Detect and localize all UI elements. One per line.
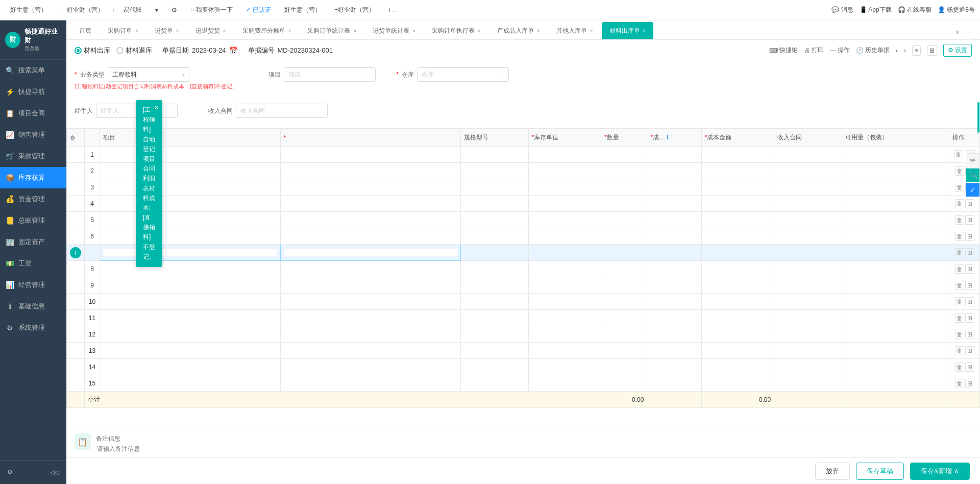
delete-row-btn-10[interactable]: 🗑 (955, 297, 964, 306)
tab-close-other-receipt[interactable]: × (590, 28, 593, 34)
tab-close-goods-receipt[interactable]: × (176, 28, 179, 34)
top-nav-good-wealth2[interactable]: +好业财（营） (329, 4, 380, 16)
sidebar-item-search[interactable]: 🔍 搜索菜单 (0, 60, 66, 81)
tab-purchase-order[interactable]: 采购订单 × (100, 22, 146, 39)
sidebar-item-business[interactable]: 📊 经营管理 (0, 274, 66, 296)
cell-available[interactable] (842, 147, 949, 163)
sidebar-item-assets[interactable]: 🏢 固定资产 (0, 231, 66, 253)
copy-row-btn-11[interactable]: ⊞ (965, 313, 974, 323)
active-cell-input-1[interactable] (103, 249, 277, 256)
top-nav-message[interactable]: 💬 消息 (831, 6, 853, 14)
settings-top-btn[interactable]: ⚙ 设置 (943, 44, 972, 57)
sidebar-item-ledger[interactable]: 📒 总账管理 (0, 210, 66, 231)
warehouse-input[interactable]: 仓库 ··· (417, 67, 509, 82)
tab-close-goods-stats[interactable]: × (412, 28, 415, 34)
delete-row-btn-11[interactable]: 🗑 (955, 313, 964, 323)
tab-purchase-expense[interactable]: 采购费用分摊单 × (235, 22, 299, 39)
copy-row-btn-12[interactable]: ⊞ (965, 330, 974, 339)
discard-button[interactable]: 放弃 (815, 463, 850, 480)
right-panel-green-btn[interactable]: 📎 (966, 168, 980, 182)
sidebar-item-basic[interactable]: ℹ 基础信息 (0, 296, 66, 317)
tab-bar-close-btn[interactable]: × (953, 27, 962, 37)
copy-row-btn-5[interactable]: ⊞ (965, 215, 974, 225)
copy-row-btn-10[interactable]: ⊞ (965, 297, 974, 306)
cell-project[interactable] (100, 147, 281, 163)
top-nav-item-good-biz[interactable]: 好生意（营） (5, 4, 52, 16)
delete-row-btn-14[interactable]: 🗑 (955, 362, 964, 372)
delete-row-btn-3[interactable]: 🗑 (955, 183, 964, 192)
top-nav-app-download[interactable]: 📱 App下载 (860, 6, 892, 14)
copy-row-btn-13[interactable]: ⊞ (965, 346, 974, 355)
top-nav-online-service[interactable]: 🎧 在线客服 (898, 6, 932, 14)
history-btn[interactable]: 🕐 历史单据 (856, 46, 890, 55)
top-nav-good-biz2[interactable]: 好生意（营） (279, 4, 326, 16)
delete-row-btn-15[interactable]: 🗑 (955, 379, 964, 388)
calendar-icon[interactable]: 📅 (229, 46, 238, 55)
right-panel-edit-btn[interactable]: ✏ (966, 153, 980, 167)
nav-prev-btn[interactable]: ‹ (896, 47, 898, 54)
radio-material-return[interactable]: 材料退库 (116, 46, 152, 55)
cell-spec[interactable] (461, 147, 528, 163)
sidebar-item-system[interactable]: ⚙ 系统管理 (0, 317, 66, 338)
top-nav-certified[interactable]: ✓ 已认证 (241, 4, 276, 16)
sidebar-collapse-btn[interactable]: ◁◁ (48, 465, 61, 480)
tab-product-receipt[interactable]: 产成品入库单 × (489, 22, 548, 39)
tab-home[interactable]: 首页 (71, 22, 99, 39)
top-nav-user[interactable]: 👤 畅捷通8号 (938, 6, 975, 14)
cell-unit[interactable] (528, 147, 601, 163)
sidebar-item-salary[interactable]: 💵 工资 (0, 253, 66, 274)
cell-material[interactable] (280, 147, 461, 163)
copy-row-btn-8[interactable]: ⊞ (965, 264, 974, 274)
notes-input[interactable] (96, 444, 175, 453)
tab-goods-receipt[interactable]: 进货单 × (147, 22, 187, 39)
delete-row-btn-5[interactable]: 🗑 (955, 215, 964, 225)
tab-close-purchase-expense[interactable]: × (288, 28, 291, 34)
cell-cost[interactable] (647, 147, 701, 163)
radio-material-issue[interactable]: 材料出库 (75, 46, 110, 55)
delete-row-btn-8[interactable]: 🗑 (955, 264, 964, 274)
shortcut-btn[interactable]: ⌨ 快捷键 (769, 46, 798, 55)
tab-close-purchase-stats[interactable]: × (353, 28, 356, 34)
tab-close-purchase-order[interactable]: × (135, 28, 138, 34)
copy-row-btn-7[interactable]: ⊞ (965, 248, 974, 257)
sidebar-item-sales[interactable]: 📈 销售管理 (0, 124, 66, 146)
tooltip-close-btn[interactable]: × (155, 103, 158, 113)
right-panel-blue-btn[interactable]: ✓ (966, 183, 980, 197)
top-nav-dropdown[interactable]: ▾ (150, 5, 163, 16)
cell-quantity[interactable] (601, 147, 647, 163)
delete-row-btn-2[interactable]: 🗑 (955, 166, 964, 176)
cell-income-contract[interactable] (774, 147, 842, 163)
income-contract-input[interactable]: 收入合同 ··· (236, 104, 328, 118)
view-grid-btn[interactable]: ⊞ (927, 45, 937, 56)
sidebar-item-fund[interactable]: 💰 资金管理 (0, 188, 66, 210)
print-btn[interactable]: 🖨 打印 (804, 46, 824, 55)
tab-close-material-issue[interactable]: × (643, 28, 646, 34)
sidebar-settings-btn[interactable]: ⚙ (5, 465, 15, 480)
save-new-button[interactable]: 保存&新增 ∧ (910, 463, 970, 480)
copy-row-btn-14[interactable]: ⊞ (965, 362, 974, 372)
operations-btn[interactable]: ⋯ 操作 (830, 46, 850, 55)
view-list-btn[interactable]: ≡ (912, 45, 921, 56)
delete-row-btn-7[interactable]: 🗑 (955, 248, 964, 257)
top-nav-item-good-wealth[interactable]: 好业财（营） (62, 4, 109, 16)
tab-close-product-receipt[interactable]: × (537, 28, 540, 34)
tab-purchase-exec[interactable]: 采购订单执行表 × (424, 22, 488, 39)
cell-cost-amount[interactable] (701, 147, 774, 163)
delete-row-btn-9[interactable]: 🗑 (955, 281, 964, 290)
tab-close-purchase-exec[interactable]: × (478, 28, 481, 34)
active-cell-input-2[interactable] (284, 249, 458, 256)
top-nav-trial[interactable]: ○ 我要体验一下 (185, 4, 238, 16)
copy-row-btn-6[interactable]: ⊞ (965, 232, 974, 241)
top-nav-settings-icon[interactable]: ⚙ (166, 5, 182, 16)
sidebar-item-project[interactable]: 📋 项目合同 (0, 103, 66, 124)
tab-purchase-stats[interactable]: 采购订单统计表 × (300, 22, 364, 39)
delete-row-btn-13[interactable]: 🗑 (955, 346, 964, 355)
delete-row-btn-12[interactable]: 🗑 (955, 330, 964, 339)
tab-bar-menu-btn[interactable]: — (964, 27, 975, 37)
tab-close-goods-return[interactable]: × (223, 28, 226, 34)
delete-row-btn-6[interactable]: 🗑 (955, 232, 964, 241)
top-nav-item-easy-account[interactable]: 易代账 (118, 4, 147, 16)
copy-row-btn-9[interactable]: ⊞ (965, 281, 974, 290)
sidebar-item-nav[interactable]: ⚡ 快捷导航 (0, 81, 66, 103)
business-type-input[interactable]: 工程领料 ▾ (108, 67, 189, 82)
